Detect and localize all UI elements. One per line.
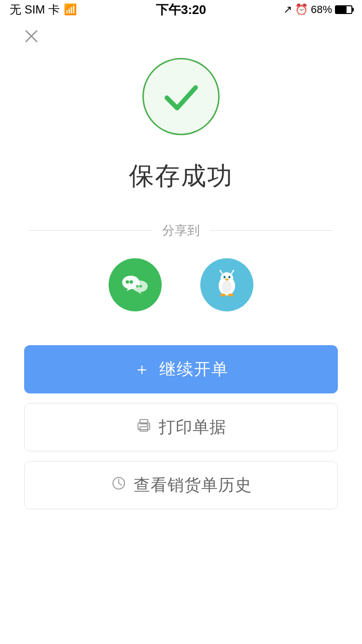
share-icons-row <box>109 258 253 311</box>
svg-point-15 <box>229 276 230 278</box>
svg-point-25 <box>147 424 149 426</box>
print-icon <box>136 417 152 437</box>
svg-point-18 <box>220 294 226 296</box>
svg-point-16 <box>225 279 228 280</box>
battery-icon <box>335 5 352 14</box>
success-title: 保存成功 <box>129 159 233 193</box>
svg-line-21 <box>232 270 234 273</box>
action-buttons: ＋ 继续开单 打印单据 查看销货单历史 <box>0 345 362 509</box>
share-divider: 分享到 <box>0 222 362 239</box>
svg-point-8 <box>139 285 142 288</box>
status-bar: 无 SIM 卡 📶 下午3:20 ↗ ⏰ 68% <box>0 0 362 19</box>
svg-line-28 <box>119 483 122 485</box>
print-label: 打印单据 <box>159 416 226 438</box>
svg-point-7 <box>136 285 139 288</box>
svg-point-19 <box>228 294 234 296</box>
divider-right <box>209 230 333 231</box>
history-button[interactable]: 查看销货单历史 <box>24 461 338 509</box>
svg-point-4 <box>129 280 133 283</box>
svg-point-14 <box>224 276 225 278</box>
continue-order-label: 继续开单 <box>159 358 229 380</box>
wechat-share-button[interactable] <box>109 258 162 311</box>
print-button[interactable]: 打印单据 <box>24 403 338 451</box>
status-left: 无 SIM 卡 📶 <box>10 2 77 17</box>
battery-label: 68% <box>311 3 332 16</box>
share-section: 分享到 <box>0 222 362 345</box>
svg-rect-24 <box>140 427 148 431</box>
plus-icon: ＋ <box>134 358 151 380</box>
svg-point-17 <box>222 280 232 293</box>
history-icon <box>111 475 127 495</box>
status-right: ↗ ⏰ 68% <box>283 3 352 16</box>
main-content: 保存成功 分享到 <box>0 19 362 509</box>
alarm-icon: ⏰ <box>295 3 308 16</box>
close-button[interactable] <box>19 24 43 48</box>
location-icon: ↗ <box>283 3 292 16</box>
history-label: 查看销货单历史 <box>134 474 252 496</box>
success-circle <box>142 58 220 135</box>
share-label: 分享到 <box>153 222 209 239</box>
svg-point-3 <box>125 280 129 283</box>
wifi-icon: 📶 <box>64 3 77 16</box>
qq-share-button[interactable] <box>200 258 253 311</box>
status-time: 下午3:20 <box>156 1 206 18</box>
divider-left <box>29 230 153 231</box>
svg-line-20 <box>220 270 222 273</box>
no-sim-label: 无 SIM 卡 <box>10 2 60 17</box>
continue-order-button[interactable]: ＋ 继续开单 <box>24 345 338 393</box>
